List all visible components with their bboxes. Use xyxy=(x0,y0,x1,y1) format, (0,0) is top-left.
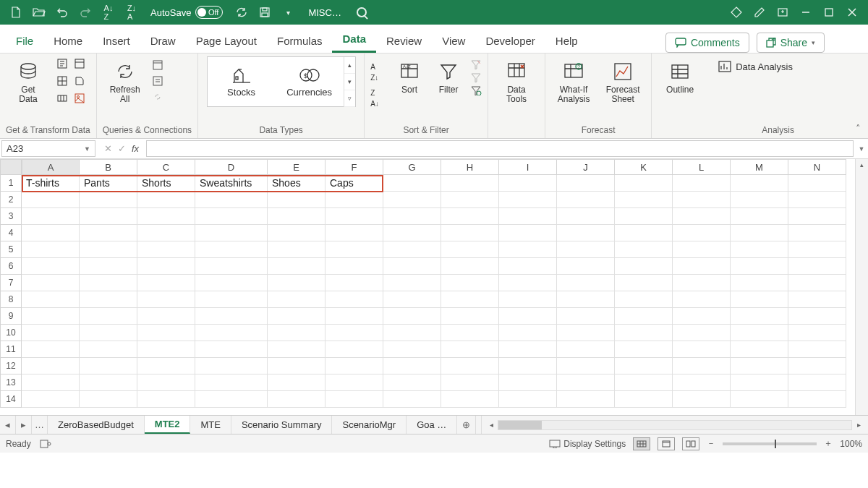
sort-button[interactable]: A↓Z Sort xyxy=(392,56,427,98)
cell[interactable] xyxy=(615,291,673,308)
minimize-icon[interactable] xyxy=(796,3,815,22)
row-header[interactable]: 10 xyxy=(0,325,22,341)
cell[interactable] xyxy=(22,192,80,208)
cell[interactable] xyxy=(22,325,80,341)
cell[interactable] xyxy=(80,225,137,241)
view-page-layout-icon[interactable] xyxy=(658,437,675,450)
cell[interactable] xyxy=(673,374,731,391)
hscroll-right-icon[interactable]: ▸ xyxy=(852,421,865,429)
autosave-toggle[interactable]: AutoSave Off xyxy=(150,6,223,19)
cell[interactable] xyxy=(137,358,195,374)
cell[interactable] xyxy=(326,192,383,208)
cell[interactable] xyxy=(268,325,326,341)
vertical-scrollbar[interactable]: ▴ xyxy=(855,159,868,415)
row-header[interactable]: 3 xyxy=(0,208,22,225)
cell[interactable] xyxy=(499,241,557,258)
cell[interactable] xyxy=(80,391,137,408)
cell[interactable] xyxy=(326,341,383,358)
cell[interactable] xyxy=(673,258,731,275)
column-header[interactable]: A xyxy=(22,159,80,175)
cell[interactable] xyxy=(22,341,80,358)
name-box[interactable]: A23 ▼ xyxy=(1,140,95,157)
cell[interactable] xyxy=(731,291,788,308)
cell[interactable] xyxy=(137,308,195,325)
row-header[interactable]: 11 xyxy=(0,341,22,358)
row-header[interactable]: 2 xyxy=(0,192,22,208)
cell[interactable] xyxy=(499,208,557,225)
formula-accept-icon[interactable]: ✓ xyxy=(118,143,126,154)
cell[interactable] xyxy=(22,225,80,241)
cell[interactable] xyxy=(195,325,268,341)
sheet-tab[interactable]: ZeroBasedBudget xyxy=(48,416,145,434)
cell[interactable] xyxy=(80,308,137,325)
cell[interactable] xyxy=(441,258,499,275)
cell[interactable] xyxy=(22,374,80,391)
cell[interactable] xyxy=(137,291,195,308)
cell[interactable] xyxy=(80,275,137,291)
scroll-up-icon[interactable]: ▴ xyxy=(856,159,868,171)
row-header[interactable]: 12 xyxy=(0,358,22,374)
sheet-tab[interactable]: Scenario Summary xyxy=(231,416,333,434)
cell[interactable] xyxy=(22,241,80,258)
cell[interactable] xyxy=(557,291,615,308)
cell[interactable] xyxy=(499,325,557,341)
cell[interactable] xyxy=(557,175,615,192)
cell[interactable] xyxy=(673,308,731,325)
data-tools-button[interactable]: Data Tools xyxy=(494,56,539,107)
cell[interactable] xyxy=(441,291,499,308)
row-header[interactable]: 13 xyxy=(0,374,22,391)
stocks-button[interactable]: Stocks xyxy=(208,67,276,98)
from-text-icon[interactable] xyxy=(55,56,69,71)
cell[interactable] xyxy=(499,391,557,408)
row-header[interactable]: 8 xyxy=(0,291,22,308)
cell[interactable] xyxy=(441,225,499,241)
zoom-in-icon[interactable]: ＋ xyxy=(824,437,833,450)
sheet-nav-next-icon[interactable]: ▸ xyxy=(16,416,32,434)
row-header[interactable]: 4 xyxy=(0,225,22,241)
cell[interactable] xyxy=(557,275,615,291)
search-icon[interactable] xyxy=(352,3,371,22)
qat-overflow-icon[interactable]: ▾ xyxy=(278,3,297,22)
tab-data[interactable]: Data xyxy=(332,28,376,53)
cell[interactable] xyxy=(557,391,615,408)
cell[interactable] xyxy=(499,341,557,358)
display-settings-button[interactable]: Display Settings xyxy=(549,439,626,449)
cell[interactable] xyxy=(615,208,673,225)
cell[interactable] xyxy=(788,275,846,291)
cell[interactable] xyxy=(615,374,673,391)
cell[interactable] xyxy=(441,308,499,325)
recent-sources-icon[interactable] xyxy=(72,74,87,88)
cell[interactable] xyxy=(499,275,557,291)
cell[interactable] xyxy=(195,241,268,258)
row-header[interactable]: 6 xyxy=(0,258,22,275)
row-header[interactable]: 14 xyxy=(0,391,22,408)
cell[interactable]: T-shirts xyxy=(22,175,80,192)
maximize-icon[interactable] xyxy=(820,3,838,22)
cell[interactable] xyxy=(788,208,846,225)
advanced-filter-icon[interactable] xyxy=(470,85,482,95)
cell[interactable] xyxy=(383,225,441,241)
cell[interactable] xyxy=(268,341,326,358)
cell[interactable] xyxy=(731,275,788,291)
cell[interactable] xyxy=(788,341,846,358)
cell[interactable] xyxy=(788,175,846,192)
cell[interactable] xyxy=(441,341,499,358)
cell[interactable] xyxy=(615,275,673,291)
autosave-switch[interactable]: Off xyxy=(195,6,223,19)
cell[interactable] xyxy=(326,225,383,241)
cell[interactable] xyxy=(731,225,788,241)
from-picture-icon[interactable] xyxy=(72,91,87,106)
cell[interactable] xyxy=(557,225,615,241)
redo-icon[interactable] xyxy=(76,3,95,22)
cell[interactable] xyxy=(383,358,441,374)
open-file-icon[interactable] xyxy=(30,3,48,22)
cell[interactable] xyxy=(268,192,326,208)
new-file-icon[interactable] xyxy=(7,3,25,22)
cell[interactable] xyxy=(731,308,788,325)
cell[interactable] xyxy=(441,325,499,341)
cell[interactable] xyxy=(557,325,615,341)
cell[interactable] xyxy=(268,258,326,275)
sheet-tab[interactable]: ScenarioMgr xyxy=(332,416,407,434)
cell[interactable] xyxy=(731,258,788,275)
cell[interactable] xyxy=(137,241,195,258)
